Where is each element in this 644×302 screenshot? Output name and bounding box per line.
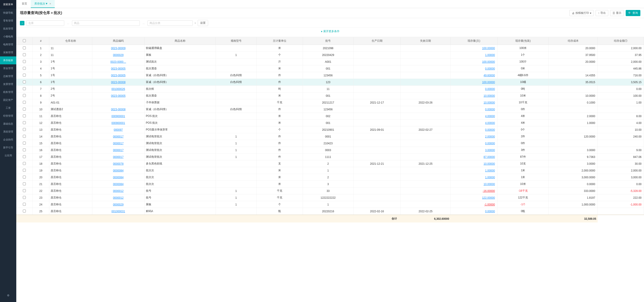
row-spec	[216, 126, 256, 133]
row-spec	[216, 181, 256, 188]
row-checkbox[interactable]	[16, 106, 32, 113]
row-checkbox[interactable]	[16, 113, 32, 120]
sidebar-item-tax[interactable]: 税务管理	[0, 88, 16, 96]
select-all-checkbox[interactable]	[23, 39, 26, 42]
row-code: 000097	[92, 126, 144, 133]
row-warehouse: 11	[49, 52, 92, 58]
product-filter[interactable]	[72, 20, 140, 26]
sidebar-item-guide[interactable]: 新手引导	[0, 144, 16, 152]
row-checkbox[interactable]	[16, 174, 32, 181]
filter-expand-button[interactable]: ▾ 展开更多条件	[321, 29, 340, 34]
row-checkbox[interactable]	[16, 208, 32, 215]
display-icon: ☰	[612, 12, 615, 15]
sidebar-item-cloud[interactable]: 云应用	[0, 152, 16, 160]
row-checkbox[interactable]	[16, 154, 32, 161]
sidebar-item-ledger[interactable]: 总账管理	[0, 72, 16, 80]
row-checkbox[interactable]	[16, 86, 32, 92]
row-checkbox[interactable]	[16, 126, 32, 133]
row-qty-main: 1.00000	[450, 52, 498, 58]
query-button[interactable]: 🔍 查询	[626, 10, 640, 16]
row-checkbox[interactable]	[16, 58, 32, 65]
row-checkbox[interactable]	[16, 167, 32, 174]
row-amount	[598, 208, 644, 215]
row-qty-pkg: 10桶	[497, 79, 548, 86]
row-checkbox[interactable]	[16, 161, 32, 167]
row-checkbox[interactable]	[16, 79, 32, 86]
row-warehouse: 昌言称仓	[49, 167, 92, 174]
sidebar-item-system[interactable]: 系统管理	[0, 128, 16, 136]
row-checkbox[interactable]	[16, 140, 32, 147]
category-filter[interactable]	[148, 20, 193, 26]
row-checkbox[interactable]	[16, 99, 32, 106]
tab-close-icon[interactable]: ✕	[49, 3, 51, 5]
display-button[interactable]: ☰ 显示	[610, 10, 624, 16]
row-code: 000900001	[92, 113, 144, 120]
row-unit: 件	[256, 154, 303, 161]
row-amount: 847.06	[598, 154, 644, 161]
sidebar-item-collab[interactable]: 企业协同	[0, 136, 16, 144]
row-spec: 白色/闷情	[216, 72, 256, 79]
filter-nav-arrow[interactable]: ›	[20, 21, 24, 25]
row-qty-main: 100.00000	[450, 45, 498, 52]
print-label: 按模板打印	[576, 11, 589, 15]
row-qty-main: 0.00000	[450, 106, 498, 113]
row-prod-date	[353, 113, 400, 120]
settings-button[interactable]: 设置	[198, 20, 208, 26]
sidebar-item-purchase[interactable]: 采购管理	[0, 49, 16, 56]
row-no: 7	[32, 86, 49, 92]
sidebar-item-ecom-small[interactable]: 小额电商	[0, 33, 16, 41]
main-area: 首页 库存批次▼ ✕ 现存量查询(按仓库＋批次) 🖨 按模板打印 ▾ ↑ 导出 …	[16, 0, 644, 302]
sidebar-item-finance[interactable]: 资金管理	[0, 64, 16, 72]
sidebar-item-nav[interactable]: 快捷导航	[0, 9, 16, 17]
row-checkbox[interactable]	[16, 72, 32, 79]
gear-icon[interactable]: ⚙	[6, 291, 10, 299]
sidebar-item-inventory[interactable]: 库存核算	[0, 56, 16, 64]
row-prod-date	[353, 45, 400, 52]
sidebar-logo[interactable]: 搜索菜单	[0, 0, 16, 9]
row-no: 3	[32, 58, 49, 65]
sidebar-item-assets[interactable]: 固定资产	[0, 96, 16, 104]
row-checkbox[interactable]	[16, 181, 32, 188]
export-button[interactable]: ↑ 导出	[596, 10, 608, 16]
row-unit: 件	[256, 106, 303, 113]
row-exp-date: 2022-03-26	[400, 99, 450, 106]
warehouse-filter[interactable]	[26, 20, 64, 26]
print-button[interactable]: 🖨 按模板打印 ▾	[569, 10, 594, 16]
row-batch: 2	[303, 161, 354, 167]
row-spec	[216, 120, 256, 126]
tab-inventory-batch-label: 库存批次▼	[34, 2, 48, 6]
row-checkbox[interactable]	[16, 133, 32, 140]
row-spec: 1	[216, 188, 256, 194]
row-checkbox[interactable]	[16, 92, 32, 99]
tab-inventory-batch[interactable]: 库存批次▼ ✕	[31, 0, 55, 8]
col-checkbox[interactable]	[16, 37, 32, 45]
row-checkbox[interactable]	[16, 188, 32, 194]
sidebar-item-ecom[interactable]: 电商管理	[0, 41, 16, 49]
row-code: 001000031	[92, 208, 144, 215]
sidebar-item-invoice[interactable]: 发票管理	[0, 80, 16, 88]
row-code: 0000017	[92, 154, 144, 161]
sidebar-item-salary[interactable]: 工资	[0, 104, 16, 112]
sidebar-item-retail[interactable]: 零售管理	[0, 17, 16, 25]
row-checkbox[interactable]	[16, 147, 32, 154]
row-exp-date: 2022-02-25	[400, 208, 450, 215]
row-checkbox[interactable]	[16, 201, 32, 208]
row-qty-pkg: 10米	[497, 181, 548, 188]
row-checkbox[interactable]	[16, 120, 32, 126]
row-checkbox[interactable]	[16, 194, 32, 201]
row-batch: 2	[303, 174, 354, 181]
table-area[interactable]: # 仓库名称 商品编码 商品名称 规格型号 主计量单位 批号 生产日期 失效日期…	[16, 37, 644, 302]
row-qty-main: 87.00000	[450, 154, 498, 161]
row-checkbox[interactable]	[16, 52, 32, 58]
row-name: 富减（白色/闷情）	[144, 79, 216, 86]
sidebar-item-basic[interactable]: 基础信息	[0, 120, 16, 128]
row-checkbox[interactable]	[16, 45, 32, 52]
row-unit: 米	[256, 45, 303, 52]
table-row: 5 1号 0023-00005 富减（白色/闷情） 白色/闷情 件 123456…	[16, 72, 644, 79]
row-checkbox[interactable]	[16, 65, 32, 72]
tab-home[interactable]: 首页	[18, 0, 31, 8]
row-unit-cost: 37.9500	[549, 52, 598, 58]
sidebar-item-wholesale[interactable]: 批发管理	[0, 25, 16, 33]
row-name: 批次透壶	[144, 92, 216, 99]
sidebar-item-management[interactable]: 经营管理	[0, 112, 16, 120]
